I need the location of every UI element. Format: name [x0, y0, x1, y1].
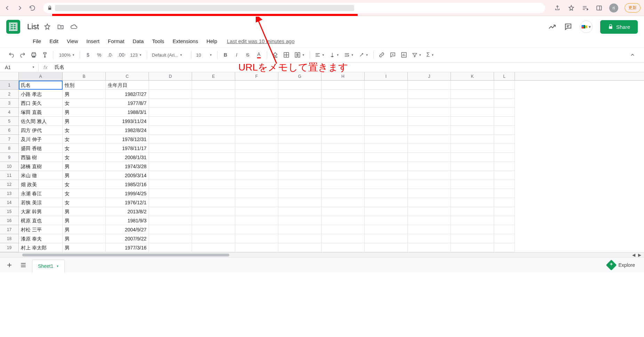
cell-F4[interactable] [235, 108, 278, 117]
sheet-tab-active[interactable]: Sheet1▼ [32, 260, 65, 273]
cell-G4[interactable] [278, 108, 321, 117]
cell-J6[interactable] [408, 126, 451, 135]
cell-F16[interactable] [235, 216, 278, 225]
column-header-B[interactable]: B [63, 72, 106, 80]
row-header[interactable]: 8 [0, 144, 19, 153]
number-format-dropdown[interactable]: 123▼ [128, 52, 144, 58]
cell-C3[interactable]: 1977/8/7 [106, 99, 149, 108]
menu-file[interactable]: File [29, 36, 45, 46]
cell-G14[interactable] [278, 198, 321, 207]
cell-K14[interactable] [451, 198, 494, 207]
cell-I6[interactable] [365, 126, 408, 135]
cell-J10[interactable] [408, 162, 451, 171]
sheets-logo-icon[interactable] [6, 20, 20, 34]
font-size-dropdown[interactable]: 10▼ [194, 52, 214, 58]
all-sheets-icon[interactable] [18, 260, 29, 270]
cell-H14[interactable] [321, 198, 365, 207]
cell-K15[interactable] [451, 207, 494, 216]
cell-H6[interactable] [321, 126, 365, 135]
profile-avatar[interactable]: ri [609, 3, 618, 13]
cell-I7[interactable] [365, 135, 408, 144]
cell-D12[interactable] [149, 180, 192, 189]
cell-A2[interactable]: 小路 孝志 [19, 90, 63, 99]
cell-A1[interactable]: 氏名 [19, 81, 63, 90]
cell-E18[interactable] [192, 234, 235, 243]
menu-format[interactable]: Format [104, 36, 128, 46]
cell-E19[interactable] [192, 243, 235, 252]
cell-B13[interactable]: 女 [63, 189, 106, 198]
cell-C2[interactable]: 1982/7/27 [106, 90, 149, 99]
cell-K5[interactable] [451, 117, 494, 126]
cell-H4[interactable] [321, 108, 365, 117]
column-header-I[interactable]: I [365, 72, 408, 80]
cell-L16[interactable] [494, 216, 515, 225]
cell-L19[interactable] [494, 243, 515, 252]
bold-button[interactable]: B [220, 50, 231, 60]
insert-chart-icon[interactable] [399, 50, 409, 60]
scrollbar-thumb[interactable] [22, 254, 229, 256]
collapse-toolbar-icon[interactable] [627, 50, 638, 60]
cell-B8[interactable]: 女 [63, 144, 106, 153]
column-header-L[interactable]: L [494, 72, 515, 80]
cell-H18[interactable] [321, 234, 365, 243]
cell-K3[interactable] [451, 99, 494, 108]
cell-I16[interactable] [365, 216, 408, 225]
last-edit-link[interactable]: Last edit was 10 minutes ago [227, 38, 294, 44]
cell-I14[interactable] [365, 198, 408, 207]
zoom-dropdown[interactable]: 100%▼ [56, 52, 77, 58]
cell-E4[interactable] [192, 108, 235, 117]
cell-E11[interactable] [192, 171, 235, 180]
cell-A15[interactable]: 大家 幹男 [19, 207, 63, 216]
cell-L17[interactable] [494, 225, 515, 234]
cell-H16[interactable] [321, 216, 365, 225]
cell-F18[interactable] [235, 234, 278, 243]
increase-decimal-button[interactable]: .00↑ [116, 50, 127, 60]
cell-K10[interactable] [451, 162, 494, 171]
cell-I15[interactable] [365, 207, 408, 216]
reload-icon[interactable] [29, 4, 36, 12]
cell-C12[interactable]: 1985/2/16 [106, 180, 149, 189]
cell-F9[interactable] [235, 153, 278, 162]
merge-cells-dropdown[interactable]: ▼ [292, 52, 307, 58]
decrease-decimal-button[interactable]: .0↓ [105, 50, 116, 60]
cell-A13[interactable]: 永瀬 春江 [19, 189, 63, 198]
row-header[interactable]: 9 [0, 153, 19, 162]
cell-D1[interactable] [149, 81, 192, 90]
cell-E12[interactable] [192, 180, 235, 189]
menu-data[interactable]: Data [129, 36, 147, 46]
filter-dropdown[interactable]: ▼ [410, 52, 424, 58]
cell-E3[interactable] [192, 99, 235, 108]
cell-G3[interactable] [278, 99, 321, 108]
cell-B1[interactable]: 性別 [63, 81, 106, 90]
row-header[interactable]: 13 [0, 189, 19, 198]
undo-icon[interactable] [6, 50, 17, 60]
cell-G17[interactable] [278, 225, 321, 234]
bookmark-star-icon[interactable] [567, 4, 575, 12]
percent-button[interactable]: % [94, 50, 104, 60]
document-title[interactable]: List [27, 22, 39, 31]
cell-J15[interactable] [408, 207, 451, 216]
cell-A8[interactable]: 盛田 香穂 [19, 144, 63, 153]
cell-F6[interactable] [235, 126, 278, 135]
cell-L7[interactable] [494, 135, 515, 144]
column-header-K[interactable]: K [451, 72, 494, 80]
cell-K9[interactable] [451, 153, 494, 162]
cell-I2[interactable] [365, 90, 408, 99]
cell-J9[interactable] [408, 153, 451, 162]
cell-F7[interactable] [235, 135, 278, 144]
cell-H2[interactable] [321, 90, 365, 99]
menu-help[interactable]: Help [203, 36, 221, 46]
cell-B18[interactable]: 男 [63, 234, 106, 243]
cell-A16[interactable]: 梶原 直也 [19, 216, 63, 225]
cell-G11[interactable] [278, 171, 321, 180]
functions-dropdown[interactable]: Σ▼ [424, 52, 436, 58]
cell-F13[interactable] [235, 189, 278, 198]
cell-B2[interactable]: 男 [63, 90, 106, 99]
cell-E8[interactable] [192, 144, 235, 153]
cell-F1[interactable] [235, 81, 278, 90]
cell-E13[interactable] [192, 189, 235, 198]
cell-F15[interactable] [235, 207, 278, 216]
cell-H15[interactable] [321, 207, 365, 216]
menu-extensions[interactable]: Extensions [169, 36, 201, 46]
cell-C7[interactable]: 1978/12/31 [106, 135, 149, 144]
